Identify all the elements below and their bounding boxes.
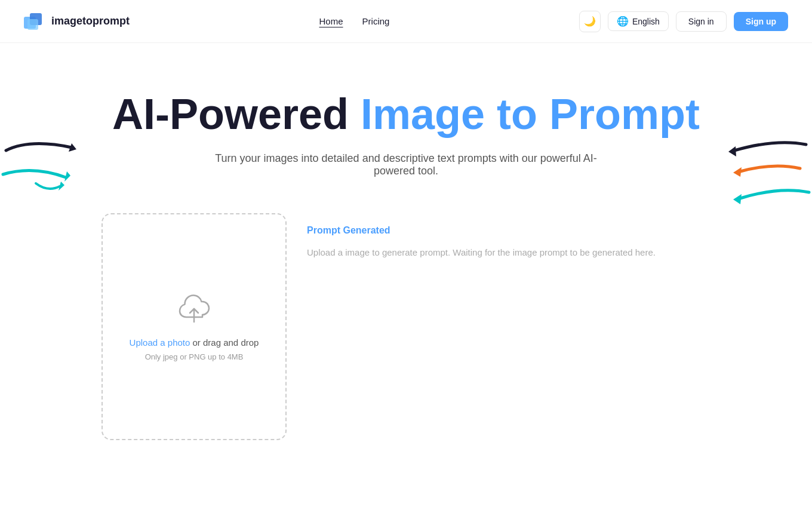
logo[interactable]: imagetoprompt (24, 11, 130, 32)
prompt-output-panel: Prompt Generated Upload a image to gener… (301, 213, 710, 260)
upload-link[interactable]: Upload a photo (130, 337, 190, 348)
svg-marker-8 (733, 194, 742, 204)
svg-marker-3 (69, 143, 76, 152)
nav-links: Home Pricing (319, 16, 390, 26)
upload-text: Upload a photo or drag and drop (130, 337, 259, 348)
svg-marker-7 (733, 167, 742, 177)
hero-subtitle: Turn your images into detailed and descr… (203, 152, 609, 177)
nav-right: 🌙 🌐 English Sign in Sign up (579, 11, 788, 32)
nav-home[interactable]: Home (319, 16, 343, 26)
svg-marker-5 (59, 182, 64, 191)
signup-button[interactable]: Sign up (734, 12, 788, 31)
logo-icon (24, 11, 45, 32)
logo-text: imagetoprompt (51, 15, 130, 27)
nav-pricing[interactable]: Pricing (362, 16, 390, 26)
prompt-text: Upload a image to generate prompt. Waiti… (307, 245, 710, 260)
dark-mode-toggle[interactable]: 🌙 (579, 11, 601, 32)
hero-section: AI-Powered Image to Prompt Turn your ima… (0, 43, 812, 201)
upload-drag-text: or drag and drop (190, 337, 259, 348)
globe-icon: 🌐 (617, 16, 629, 27)
svg-marker-4 (64, 171, 70, 182)
prompt-label: Prompt Generated (307, 225, 710, 236)
svg-rect-2 (27, 19, 38, 30)
hero-title: AI-Powered Image to Prompt (12, 91, 800, 138)
upload-dropzone[interactable]: Upload a photo or drag and drop Only jpe… (102, 213, 287, 440)
hero-title-part1: AI-Powered (112, 90, 361, 138)
cloud-upload-icon (176, 292, 212, 328)
upload-hint: Only jpeg or PNG up to 4MB (145, 352, 244, 361)
hero-title-part2: Image to Prompt (361, 90, 700, 138)
lang-label: English (632, 17, 660, 26)
svg-marker-6 (728, 146, 736, 156)
language-selector[interactable]: 🌐 English (608, 11, 669, 31)
tool-area: Upload a photo or drag and drop Only jpe… (78, 201, 734, 476)
signin-button[interactable]: Sign in (676, 11, 727, 32)
navbar: imagetoprompt Home Pricing 🌙 🌐 English S… (0, 0, 812, 43)
